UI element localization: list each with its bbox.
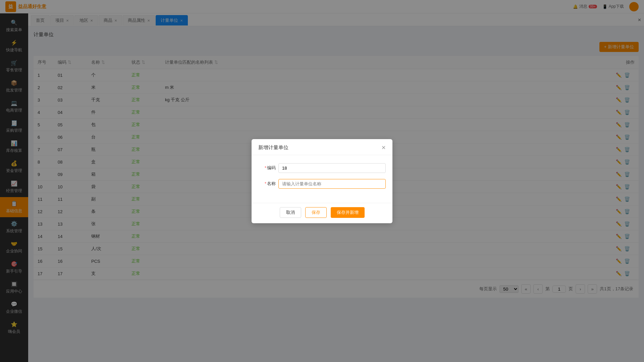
add-measure-unit-modal: 新增计量单位 ✕ 编码 名称 取消 保存 保存并新增: [252, 139, 392, 223]
code-input[interactable]: [278, 163, 386, 173]
cancel-button[interactable]: 取消: [280, 207, 301, 218]
modal-overlay[interactable]: 新增计量单位 ✕ 编码 名称 取消 保存 保存并新增: [0, 0, 644, 362]
modal-header: 新增计量单位 ✕: [252, 139, 392, 155]
modal-body: 编码 名称: [252, 155, 392, 203]
form-row-code: 编码: [258, 163, 386, 173]
save-button[interactable]: 保存: [305, 207, 327, 218]
modal-close-button[interactable]: ✕: [381, 144, 386, 151]
modal-footer: 取消 保存 保存并新增: [252, 203, 392, 223]
save-add-button[interactable]: 保存并新增: [331, 207, 365, 218]
form-row-name: 名称: [258, 179, 386, 189]
modal-title: 新增计量单位: [258, 144, 288, 151]
name-input[interactable]: [278, 179, 386, 189]
code-label: 编码: [258, 165, 278, 171]
name-label: 名称: [258, 181, 278, 187]
